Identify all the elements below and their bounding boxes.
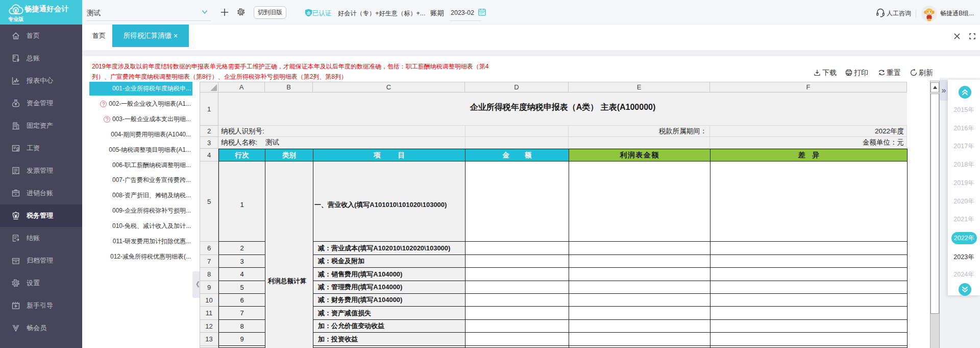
svg-text:企: 企: [306, 11, 311, 15]
